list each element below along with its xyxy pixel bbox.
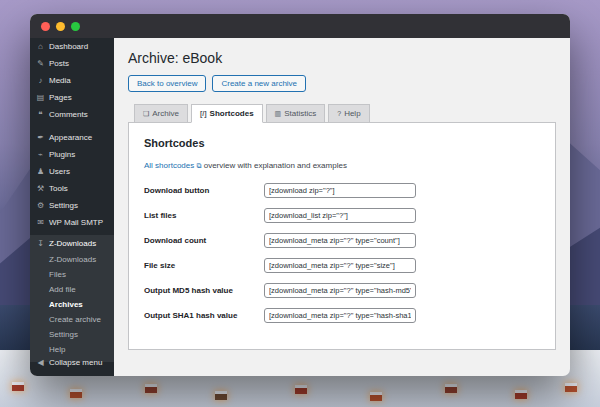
sidebar-item-posts[interactable]: ✎ Posts	[30, 55, 114, 72]
field-row: Output SHA1 hash value	[144, 308, 540, 323]
file-size-shortcode-input[interactable]	[264, 258, 416, 273]
collapse-label: Collapse menu	[49, 358, 102, 367]
submenu-item-z-downloads[interactable]: Z-Downloads	[30, 252, 114, 267]
sidebar-item-tools[interactable]: ⚒ Tools	[30, 180, 114, 197]
plugins-icon: ⌁	[36, 150, 45, 159]
sidebar-item-z-downloads[interactable]: ↧ Z-Downloads	[30, 235, 114, 252]
page-title: Archive: eBook	[128, 50, 556, 66]
z-downloads-menu: ↧ Z-Downloads Z-Downloads Files Add file…	[30, 235, 114, 362]
back-to-overview-button[interactable]: Back to overview	[128, 75, 206, 92]
comments-icon: ❝	[36, 110, 45, 119]
sidebar-item-dashboard[interactable]: ⌂ Dashboard	[30, 38, 114, 55]
submenu-item-files[interactable]: Files	[30, 267, 114, 282]
village-house	[70, 389, 82, 398]
appearance-icon: ✒	[36, 133, 45, 142]
field-row: Output MD5 hash value	[144, 283, 540, 298]
submenu-item-create-archive[interactable]: Create archive	[30, 312, 114, 327]
shortcodes-info-line: All shortcodes ⧉ overview with explanati…	[144, 161, 540, 170]
sidebar-item-settings[interactable]: ⚙ Settings	[30, 197, 114, 214]
submenu-item-add-file[interactable]: Add file	[30, 282, 114, 297]
md5-hash-shortcode-input[interactable]	[264, 283, 416, 298]
chart-icon: ▥	[275, 110, 282, 118]
submenu-item-archives[interactable]: Archives	[30, 297, 114, 312]
wp-admin: ⌂ Dashboard ✎ Posts ♪ Media ▤ Pages ❝	[30, 38, 570, 376]
tab-help[interactable]: ? Help	[328, 104, 369, 123]
field-row: File size	[144, 258, 540, 273]
page-actions: Back to overview Create a new archive	[128, 75, 556, 92]
village-house	[145, 384, 157, 393]
shortcode-icon: [/]	[200, 110, 207, 117]
download-button-shortcode-input[interactable]	[264, 183, 416, 198]
admin-sidebar: ⌂ Dashboard ✎ Posts ♪ Media ▤ Pages ❝	[30, 38, 114, 376]
window-titlebar	[30, 14, 570, 38]
sidebar-item-wp-mail-smtp[interactable]: ✉ WP Mail SMTP	[30, 214, 114, 231]
field-label: File size	[144, 261, 264, 270]
tab-shortcodes[interactable]: [/] Shortcodes	[191, 104, 263, 123]
collapse-icon: ◀	[36, 358, 45, 367]
field-row: Download button	[144, 183, 540, 198]
sidebar-item-label: Users	[49, 167, 70, 176]
village-house	[565, 383, 577, 392]
submenu-item-settings[interactable]: Settings	[30, 327, 114, 342]
field-label: List files	[144, 211, 264, 220]
village-house	[215, 391, 227, 400]
list-files-shortcode-input[interactable]	[264, 208, 416, 223]
sidebar-item-label: WP Mail SMTP	[49, 218, 103, 227]
external-link-icon: ⧉	[196, 162, 201, 169]
sidebar-item-label: Plugins	[49, 150, 75, 159]
tab-archive[interactable]: ❏ Archive	[134, 104, 188, 123]
help-icon: ?	[337, 110, 341, 117]
sidebar-item-plugins[interactable]: ⌁ Plugins	[30, 146, 114, 163]
collapse-menu[interactable]: ◀ Collapse menu	[30, 354, 114, 371]
shortcodes-panel: Shortcodes All shortcodes ⧉ overview wit…	[128, 122, 556, 350]
sidebar-item-label: Z-Downloads	[49, 239, 96, 248]
panel-heading: Shortcodes	[144, 137, 540, 149]
field-label: Output SHA1 hash value	[144, 311, 264, 320]
media-icon: ♪	[36, 76, 45, 85]
download-count-shortcode-input[interactable]	[264, 233, 416, 248]
sidebar-item-comments[interactable]: ❝ Comments	[30, 106, 114, 123]
tab-bar: ❏ Archive [/] Shortcodes ▥ Statistics ? …	[128, 104, 556, 123]
tab-label: Help	[344, 109, 360, 118]
sidebar-item-label: Comments	[49, 110, 88, 119]
dashboard-icon: ⌂	[36, 42, 45, 51]
users-icon: ♟	[36, 167, 45, 176]
field-label: Output MD5 hash value	[144, 286, 264, 295]
tools-icon: ⚒	[36, 184, 45, 193]
tab-label: Statistics	[284, 109, 316, 118]
tab-label: Archive	[152, 109, 179, 118]
pages-icon: ▤	[36, 93, 45, 102]
village-house	[370, 392, 382, 401]
tab-statistics[interactable]: ▥ Statistics	[266, 104, 326, 123]
field-label: Download count	[144, 236, 264, 245]
mail-icon: ✉	[36, 218, 45, 227]
field-label: Download button	[144, 186, 264, 195]
sidebar-item-label: Settings	[49, 201, 78, 210]
field-row: Download count	[144, 233, 540, 248]
sha1-hash-shortcode-input[interactable]	[264, 308, 416, 323]
zoom-window-button[interactable]	[71, 22, 80, 31]
main-content: Archive: eBook Back to overview Create a…	[114, 38, 570, 376]
create-new-archive-button[interactable]: Create a new archive	[212, 75, 306, 92]
sidebar-item-label: Tools	[49, 184, 68, 193]
sidebar-item-appearance[interactable]: ✒ Appearance	[30, 129, 114, 146]
all-shortcodes-link[interactable]: All shortcodes	[144, 161, 194, 170]
download-icon: ↧	[36, 239, 45, 248]
minimize-window-button[interactable]	[56, 22, 65, 31]
sidebar-item-label: Dashboard	[49, 42, 88, 51]
tab-label: Shortcodes	[210, 109, 254, 118]
sidebar-item-pages[interactable]: ▤ Pages	[30, 89, 114, 106]
village-house	[445, 384, 457, 393]
sidebar-item-label: Appearance	[49, 133, 92, 142]
village-house	[515, 390, 527, 399]
sidebar-item-media[interactable]: ♪ Media	[30, 72, 114, 89]
field-row: List files	[144, 208, 540, 223]
village-house	[12, 382, 24, 391]
settings-icon: ⚙	[36, 201, 45, 210]
village-house	[295, 385, 307, 394]
link-suffix-text: overview with explanation and examples	[204, 161, 347, 170]
sidebar-item-label: Posts	[49, 59, 69, 68]
sidebar-item-users[interactable]: ♟ Users	[30, 163, 114, 180]
close-window-button[interactable]	[41, 22, 50, 31]
screen: ⌂ Dashboard ✎ Posts ♪ Media ▤ Pages ❝	[0, 0, 600, 407]
